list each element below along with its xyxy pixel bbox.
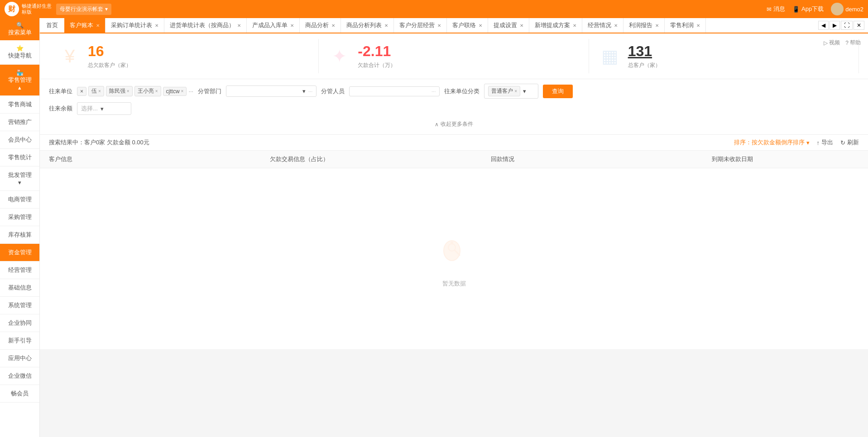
logo-icon: 财 [5,2,19,16]
sidebar-item-member[interactable]: 会员中心 [0,131,39,149]
refresh-button[interactable]: ↻ 刷新 [840,138,859,147]
tab-inbound-stats-product[interactable]: 进货单统计表（按商品） ✕ [164,18,247,33]
sort-button[interactable]: 排序：按欠款金额倒序排序 ▾ [734,138,810,147]
tab-prev-btn[interactable]: ◀ [818,21,829,30]
user-menu[interactable]: demo2 [831,3,863,15]
sidebar-item-apps[interactable]: 应用中心 [0,350,39,367]
tab-close-icon[interactable]: ✕ [331,23,335,28]
tab-profit-report[interactable]: 利润报告 ✕ [623,18,665,33]
sidebar-item-wechat[interactable]: 企业微信 [0,367,39,385]
sidebar-item-retail-mgmt[interactable]: 🏪 零售管理 ▴ [0,65,39,96]
dept-clear-icon[interactable]: ··· [308,89,312,94]
sidebar-search[interactable]: 🔍 搜索菜单 [0,18,39,40]
col-debt-info: 欠款交易信息（占比） [270,155,491,163]
tab-close-icon[interactable]: ✕ [155,23,158,28]
category-select[interactable]: 普通客户 × ▾ [484,84,538,99]
filter-more-btn[interactable]: ··· [188,88,193,95]
filter-tag-cjttcw[interactable]: cjttcw × [163,87,187,96]
filter-tag-chen[interactable]: 陈民强 × [106,86,133,96]
dept-label: 分管部门 [198,87,221,95]
tab-retail-profit[interactable]: 零售利润 ✕ [665,18,706,33]
tab-customer-ledger[interactable]: 客户账本 ✕ [64,18,106,33]
export-button[interactable]: ↑ 导出 [817,138,834,147]
video-link[interactable]: ▷ 视频 [824,39,840,47]
tab-commission-settings[interactable]: 提成设置 ✕ [488,18,529,33]
sidebar-item-member2[interactable]: 畅会员 [0,385,39,403]
query-button[interactable]: 查询 [543,85,573,98]
tab-customer-contact[interactable]: 客户联络 ✕ [447,18,488,33]
sidebar-item-enterprise[interactable]: 企业协同 [0,314,39,332]
sidebar-item-ecommerce[interactable]: 电商管理 [0,191,39,209]
right-panel: 首页 客户账本 ✕ 采购订单统计表 ✕ 进货单统计表（按商品） ✕ 产成品入库单… [40,18,868,437]
tab-next-btn[interactable]: ▶ [830,21,840,30]
dept-select[interactable]: ▾ ··· [226,86,317,97]
sidebar-item-operations[interactable]: 经营管理 [0,261,39,279]
sidebar-item-system[interactable]: 系统管理 [0,297,39,314]
tab-close-icon[interactable]: ✕ [479,23,482,28]
top-bar-right: ✉ 消息 📱 App下载 demo2 [767,3,863,15]
debt-amount-label: 欠款合计（万） [358,62,396,69]
person-select[interactable]: ··· [349,86,440,96]
tab-close-icon[interactable]: ✕ [655,23,659,28]
search-result-bar: 搜索结果中：客户0家 欠款金额 0.00元 排序：按欠款金额倒序排序 ▾ ↑ 导… [40,135,868,151]
app-icon: 📱 [792,6,800,13]
tab-close-icon[interactable]: ✕ [237,23,241,28]
filter-tag-wu[interactable]: 伍 × [88,86,104,96]
chevron-down-icon: ▾ [105,6,108,12]
sidebar-item-quick-nav[interactable]: ⭐ 快捷导航 [0,40,39,65]
stats-row: ¥ 16 总欠款客户（家） ✦ -2.11 欠款合计（万） [40,33,868,79]
filter-tag-wang[interactable]: 王小亮 × [134,86,161,96]
tab-close-icon[interactable]: ✕ [520,23,523,28]
tab-close-icon[interactable]: ✕ [96,23,100,28]
tab-close-icon[interactable]: ✕ [384,23,388,28]
star-icon: ⭐ [16,45,24,52]
sidebar-item-basic-info[interactable]: 基础信息 [0,279,39,297]
sidebar-item-retail-stats[interactable]: 零售统计 [0,149,39,166]
tag-close-icon[interactable]: × [98,89,101,94]
tab-home[interactable]: 首页 [40,18,64,33]
tab-operations[interactable]: 经营情况 ✕ [582,18,623,33]
balance-select[interactable]: 选择... ▾ [77,102,131,115]
sidebar-item-finance[interactable]: 资金管理 [0,244,39,261]
help-link[interactable]: ? 帮助 [845,39,861,47]
tab-close-icon[interactable]: ✕ [614,23,618,28]
debt-customers-value: 16 [88,43,131,60]
tab-close-icon[interactable]: ✕ [573,23,576,28]
tag-close-normal-icon[interactable]: × [514,89,517,94]
tab-close-icon[interactable]: ✕ [696,23,700,28]
sidebar-item-wholesale[interactable]: 批发管理 ▾ [0,166,39,191]
tag-close-icon[interactable]: × [181,89,184,94]
sidebar-item-marketing[interactable]: 营销推广 [0,114,39,131]
tab-purchase-order-stats[interactable]: 采购订单统计表 ✕ [106,18,164,33]
sidebar: 🔍 搜索菜单 ⭐ 快捷导航 🏪 零售管理 ▴ 零售商城 营销推广 会员中心 [0,18,40,437]
collapse-btn[interactable]: ∧ 收起更多条件 [49,119,859,130]
demo-set-dropdown[interactable]: 母婴行业演示帐套 ▾ [56,4,111,15]
tab-close-icon[interactable]: ✕ [437,23,441,28]
tab-product-analysis-list[interactable]: 商品分析列表 ✕ [341,18,394,33]
person-label: 分管人员 [321,87,345,95]
chevron-down-icon: ▾ [523,88,526,95]
tab-new-commission-plan[interactable]: 新增提成方案 ✕ [529,18,582,33]
sidebar-item-inventory[interactable]: 库存核算 [0,226,39,244]
tab-close-all-btn[interactable]: ✕ [854,21,864,30]
tab-close-icon[interactable]: ✕ [290,23,294,28]
export-icon: ↑ [817,139,820,146]
help-icon: ? [845,40,849,46]
tab-product-analysis[interactable]: 商品分析 ✕ [300,18,341,33]
sidebar-item-newbie[interactable]: 新手引导 [0,332,39,350]
person-more-icon[interactable]: ··· [432,89,436,94]
tab-maximize-btn[interactable]: ⛶ [841,21,853,30]
tag-close-icon[interactable]: × [155,89,158,94]
sidebar-item-purchase[interactable]: 采购管理 [0,209,39,226]
tab-finished-goods[interactable]: 产成品入库单 ✕ [247,18,300,33]
message-btn[interactable]: ✉ 消息 [767,5,785,13]
table-container: 客户信息 欠款交易信息（占比） 回款情况 到期未收款日期 [40,151,868,349]
app-download-btn[interactable]: 📱 App下载 [792,5,824,13]
sidebar-item-retail-mall[interactable]: 零售商城 [0,96,39,114]
tag-close-icon[interactable]: × [127,89,129,94]
table-header: 客户信息 欠款交易信息（占比） 回款情况 到期未收款日期 [40,151,868,168]
balance-label: 往来余额 [49,104,72,113]
category-label: 往来单位分类 [444,87,480,95]
tab-customer-layering[interactable]: 客户分层经营 ✕ [394,18,447,33]
debt-amount-icon: ✦ [326,43,353,70]
